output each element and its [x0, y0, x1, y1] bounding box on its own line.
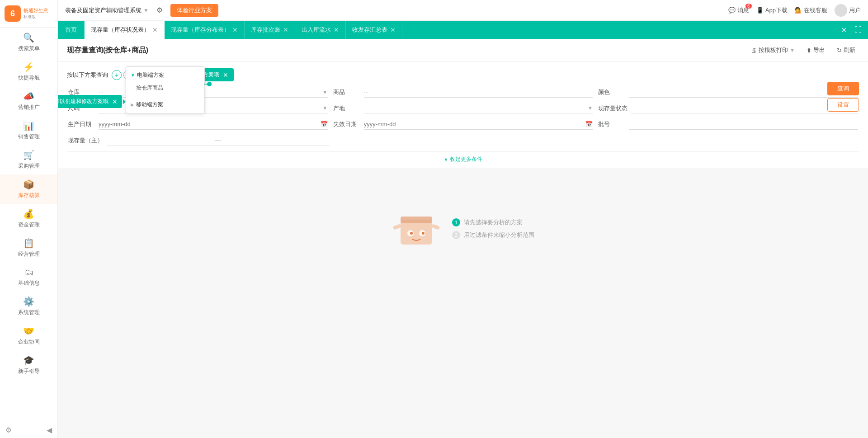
sidebar-item-marketing[interactable]: 📣 营销推广 — [0, 86, 57, 116]
tab-batch-ledger-label: 库存批次账 — [251, 26, 280, 34]
tooltip-close-icon[interactable]: ✕ — [223, 71, 228, 79]
calendar-icon[interactable]: 📅 — [585, 121, 593, 127]
search-button[interactable]: 查询 — [827, 82, 859, 95]
user-button[interactable]: 用户 — [835, 4, 861, 17]
topbar-right: 💬 消息 6 📱 App下载 💁 在线客服 用户 — [728, 4, 861, 17]
scheme-desktop-header[interactable]: ▼ 电脑端方案 — [126, 69, 204, 82]
tab-inventory-status[interactable]: 现存量（库存状况表） ✕ — [85, 21, 165, 39]
purchase-icon: 🛒 — [23, 150, 34, 160]
calendar-icon[interactable]: 📅 — [321, 121, 328, 127]
print-icon: 🖨 — [751, 47, 757, 54]
prod-date-label: 生产日期 — [68, 120, 95, 128]
svg-rect-1 — [401, 217, 432, 223]
phone-icon: 📱 — [756, 7, 764, 14]
sidebar: 6 畅通好生意 标准版 🔍 搜索菜单 ⚡ 快捷导航 📣 营销推广 📊 销售 — [0, 0, 58, 438]
origin-select[interactable]: ▼ — [364, 103, 593, 113]
footer-collapse-icon[interactable]: ◀ — [47, 426, 52, 434]
footer-settings-icon[interactable]: ⚙ — [5, 426, 12, 434]
tab-close-icon[interactable]: ✕ — [283, 27, 288, 33]
tab-home-label: 首页 — [65, 26, 77, 34]
tab-inout-flow[interactable]: 出入库流水 ✕ — [295, 21, 346, 39]
filter-field-color: 颜色 ▼ — [598, 87, 858, 98]
sidebar-item-label: 系统管理 — [18, 309, 40, 316]
empty-step-2: 2 用过滤条件来缩小分析范围 — [452, 231, 534, 239]
collapse-label: 收起更多条件 — [450, 155, 482, 163]
logo-icon: 6 — [5, 5, 21, 22]
action-buttons: 查询 设置 — [827, 82, 859, 112]
print-button[interactable]: 🖨 按模板打印 ▼ — [747, 44, 798, 56]
tab-batch-ledger[interactable]: 库存批次账 ✕ — [245, 21, 295, 39]
svg-point-5 — [422, 232, 425, 235]
tab-inventory-dist-label: 现存量（库存分布表） — [171, 26, 230, 34]
tab-close-icon[interactable]: ✕ — [232, 27, 238, 33]
filter-field-stock-qty: 现存量（主） — — [68, 135, 330, 146]
sidebar-item-finance[interactable]: 💰 资金管理 — [0, 204, 57, 233]
tabbar-actions: ✕ ⛶ — [834, 21, 868, 39]
service-icon: 💁 — [795, 7, 802, 14]
arrow-right-icon: ▶ — [131, 102, 134, 107]
tab-close-icon[interactable]: ✕ — [390, 27, 396, 33]
sidebar-item-enterprise[interactable]: 🤝 企业协同 — [0, 321, 57, 350]
exp-date-field[interactable] — [364, 121, 584, 127]
tab-receive-summary-label: 收发存汇总表 — [352, 26, 387, 34]
tab-inventory-status-label: 现存量（库存状况表） — [91, 26, 150, 34]
stock-qty-label: 现存量（主） — [68, 137, 103, 145]
settings-icon[interactable]: ⚙ — [153, 4, 166, 17]
sidebar-item-guide[interactable]: 🎓 新手引导 — [0, 350, 57, 380]
collapse-button[interactable]: ∧ 收起更多条件 — [67, 151, 859, 168]
sidebar-item-sales[interactable]: 📊 销售管理 — [0, 116, 57, 145]
sidebar-item-basic-info[interactable]: 🗂 基础信息 — [0, 263, 57, 292]
message-button[interactable]: 💬 消息 6 — [728, 6, 749, 14]
guide-icon: 🎓 — [23, 355, 34, 366]
tab-expand-icon[interactable]: ⛶ — [852, 24, 864, 36]
tab-inventory-dist[interactable]: 现存量（库存分布表） ✕ — [165, 21, 245, 39]
tab-close-icon[interactable]: ✕ — [334, 27, 339, 33]
edit-tooltip-close-icon[interactable]: ✕ — [112, 98, 118, 105]
goods-select[interactable]: ··· — [364, 87, 593, 98]
stock-status-select[interactable]: ▼ — [631, 103, 858, 113]
exp-date-input[interactable]: 📅 — [364, 119, 593, 130]
dot-circle — [207, 82, 212, 86]
filter-label: 按以下方案查询 — [67, 71, 108, 79]
sidebar-item-purchase[interactable]: 🛒 采购管理 — [0, 145, 57, 174]
user-label: 用户 — [849, 6, 861, 14]
tab-home[interactable]: 首页 — [58, 21, 85, 39]
sidebar-item-operations[interactable]: 📋 经营管理 — [0, 233, 57, 263]
sidebar-nav: 🔍 搜索菜单 ⚡ 快捷导航 📣 营销推广 📊 销售管理 🛒 采购管理 📦 — [0, 28, 57, 422]
stock-qty-range[interactable]: — — [107, 135, 330, 146]
export-button[interactable]: ⬆ 导出 — [803, 44, 829, 56]
sidebar-item-search[interactable]: 🔍 搜索菜单 — [0, 28, 57, 57]
sidebar-item-label: 营销推广 — [18, 104, 40, 111]
add-scheme-button[interactable]: + — [112, 70, 122, 80]
tab-receive-summary[interactable]: 收发存汇总表 ✕ — [346, 21, 402, 39]
sidebar-item-system[interactable]: ⚙️ 系统管理 — [0, 292, 57, 321]
tab-close-icon[interactable]: ✕ — [152, 27, 158, 33]
sidebar-item-label: 基础信息 — [18, 279, 40, 287]
prod-date-field[interactable] — [99, 121, 319, 127]
refresh-button[interactable]: ↻ 刷新 — [833, 44, 859, 56]
origin-label: 产地 — [333, 104, 360, 113]
reset-button[interactable]: 设置 — [827, 98, 859, 112]
sales-icon: 📊 — [23, 120, 34, 131]
chevron-down-icon: ▼ — [143, 7, 149, 14]
color-select[interactable]: ▼ — [629, 87, 858, 98]
scheme-mobile-header[interactable]: ▶ 移动端方案 — [126, 98, 204, 111]
prod-date-input[interactable]: 📅 — [99, 119, 328, 130]
industry-plan-button[interactable]: 体验行业方案 — [170, 4, 218, 17]
inventory-icon: 📦 — [23, 179, 34, 190]
batch-no-input[interactable] — [629, 119, 858, 130]
tab-close-all-icon[interactable]: ✕ — [837, 24, 850, 36]
print-label: 按模板打印 — [759, 46, 788, 54]
scheme-item-warehouse[interactable]: 按仓库商品 — [126, 82, 204, 94]
filter-field-batch-no: 批号 — [598, 119, 858, 130]
stock-qty-min[interactable] — [107, 137, 213, 144]
marketing-icon: 📣 — [23, 91, 34, 102]
system-selector[interactable]: 装备及固定资产辅助管理系统 ▼ — [65, 6, 149, 14]
sidebar-item-quick-nav[interactable]: ⚡ 快捷导航 — [0, 57, 57, 86]
app-download-button[interactable]: 📱 App下载 — [756, 6, 788, 14]
stock-qty-max[interactable] — [223, 137, 330, 144]
online-service-button[interactable]: 💁 在线客服 — [795, 6, 827, 14]
message-badge: 6 — [745, 4, 752, 9]
sidebar-item-inventory[interactable]: 📦 库存核算 — [0, 174, 57, 204]
app-download-label: App下载 — [765, 6, 788, 14]
